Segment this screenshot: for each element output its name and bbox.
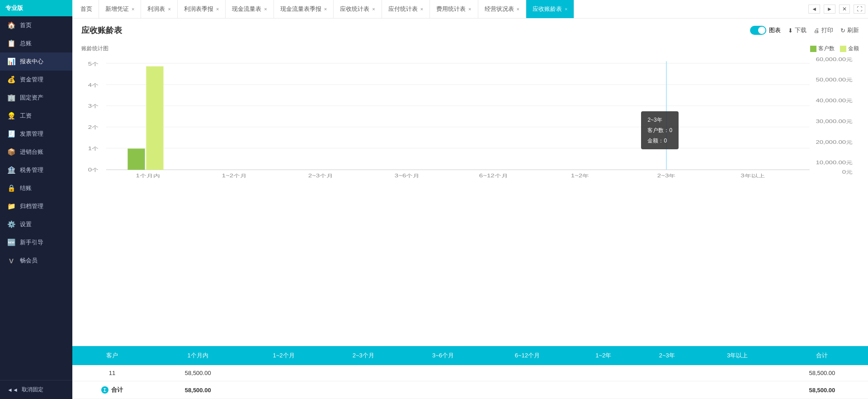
cell-total-label: Σ 合计 (72, 381, 152, 399)
purchase-icon: 📦 (7, 148, 15, 156)
sidebar-item-invoice[interactable]: 🧾 发票管理 (0, 125, 72, 143)
sidebar-item-purchase-sales[interactable]: 📦 进销台账 (0, 143, 72, 161)
download-button[interactable]: ⬇ 下载 (788, 26, 807, 34)
tab-label: 新增凭证 (105, 5, 129, 13)
fund-icon: 💰 (7, 76, 15, 84)
tab-ap-stats[interactable]: 应付统计表 × (382, 0, 430, 18)
svg-text:40,000.00元: 40,000.00元 (816, 98, 853, 104)
sidebar-item-closing[interactable]: 🔒 结账 (0, 179, 72, 197)
svg-text:0个: 0个 (88, 167, 99, 173)
sidebar-item-report-center[interactable]: 📊 报表中心 (0, 52, 72, 71)
payroll-icon: 👷 (7, 112, 15, 120)
cell-m1-2 (244, 365, 323, 381)
tab-profit[interactable]: 利润表 × (141, 0, 177, 18)
cell-total-m2-3 (324, 381, 403, 399)
sidebar-item-label: 畅会员 (20, 256, 38, 265)
tab-fullscreen-button[interactable]: ⛶ (854, 5, 865, 14)
cell-customer: 11 (72, 365, 152, 381)
svg-text:3年以上: 3年以上 (741, 173, 765, 179)
svg-text:5个: 5个 (88, 61, 99, 66)
ledger-icon: 📋 (7, 39, 15, 48)
col-m1: 1个月内 (152, 346, 244, 365)
tab-close-icon[interactable]: × (468, 6, 471, 12)
print-icon: 🖨 (814, 27, 820, 34)
tab-cash-flow-quarterly[interactable]: 现金流量表季报 × (274, 0, 334, 18)
sidebar-item-label: 结账 (20, 184, 32, 192)
sidebar-item-general-ledger[interactable]: 📋 总账 (0, 34, 72, 52)
tab-cash-flow[interactable]: 现金流量表 × (226, 0, 274, 18)
legend-customer-label: 客户数 (818, 45, 835, 52)
svg-text:1~2年: 1~2年 (571, 173, 590, 179)
header-actions: 图表 ⬇ 下载 🖨 打印 ↻ 刷新 (750, 26, 859, 35)
bar-customer-0[interactable] (127, 149, 145, 170)
tab-home-label: 首页 (80, 5, 92, 13)
sidebar-item-tax[interactable]: 🏦 税务管理 (0, 161, 72, 179)
tab-ar-stats[interactable]: 应收统计表 × (334, 0, 382, 18)
member-icon: V (7, 257, 15, 265)
sidebar-item-fund-management[interactable]: 💰 资金管理 (0, 71, 72, 89)
tab-close-icon[interactable]: × (372, 6, 375, 12)
sidebar-collapse-button[interactable]: ◄◄ 取消固定 (0, 380, 72, 399)
sidebar-item-member[interactable]: V 畅会员 (0, 252, 72, 270)
table-row: 11 58,500.00 58,500.00 (72, 365, 868, 381)
sidebar-item-payroll[interactable]: 👷 工资 (0, 107, 72, 125)
legend-color-customer (810, 46, 816, 52)
col-customer: 客户 (72, 346, 152, 365)
svg-text:20,000.00元: 20,000.00元 (816, 140, 853, 145)
tab-home[interactable]: 首页 (74, 0, 99, 18)
tab-new-voucher[interactable]: 新增凭证 × (99, 0, 141, 18)
svg-text:6~12个月: 6~12个月 (479, 173, 508, 179)
sidebar-item-fixed-assets[interactable]: 🏢 固定资产 (0, 89, 72, 107)
collapse-icon: ◄◄ (7, 387, 18, 393)
legend-customer-count: 客户数 (810, 45, 835, 52)
bar-amount-0[interactable] (146, 66, 163, 170)
sidebar-logo: 专业版 (0, 0, 72, 16)
tab-next-button[interactable]: ► (824, 5, 835, 14)
tab-close-icon[interactable]: × (168, 6, 170, 12)
svg-text:1~2个月: 1~2个月 (222, 173, 247, 179)
svg-text:10,000.00元: 10,000.00元 (816, 160, 853, 166)
tab-bar: 首页 新增凭证 × 利润表 × 利润表季报 × 现金流量表 × 现金流量表季报 … (72, 0, 868, 19)
assets-icon: 🏢 (7, 94, 15, 102)
tab-profit-quarterly[interactable]: 利润表季报 × (178, 0, 226, 18)
tab-operation-status[interactable]: 经营状况表 × (478, 0, 526, 18)
chart-area: 账龄统计图 客户数 金额 5个 4个 3个 2个 1个 0个 60, (72, 40, 868, 345)
tab-close-icon[interactable]: × (517, 6, 519, 12)
tab-close-icon[interactable]: × (132, 6, 134, 12)
col-m3-6: 3~6个月 (403, 346, 483, 365)
sidebar-item-label: 报表中心 (20, 57, 43, 66)
chart-toggle[interactable] (750, 26, 766, 35)
data-table: 客户 1个月内 1~2个月 2~3个月 3~6个月 6~12个月 1~2年 2~… (72, 346, 868, 399)
sidebar-item-home[interactable]: 🏠 首页 (0, 16, 72, 34)
sidebar-item-settings[interactable]: ⚙️ 设置 (0, 215, 72, 233)
chart-title: 账龄统计图 (81, 45, 859, 52)
tab-close-icon[interactable]: × (324, 6, 327, 12)
col-m1-2: 1~2个月 (244, 346, 323, 365)
tab-expense-stats[interactable]: 费用统计表 × (430, 0, 478, 18)
svg-text:50,000.00元: 50,000.00元 (816, 77, 853, 83)
collapse-label: 取消固定 (22, 386, 43, 394)
cell-total-total: 58,500.00 (776, 381, 868, 399)
tab-close-icon[interactable]: × (264, 6, 267, 12)
svg-text:3个: 3个 (88, 104, 99, 109)
svg-text:60,000.00元: 60,000.00元 (816, 57, 853, 62)
tab-close-all-button[interactable]: ✕ (839, 5, 850, 14)
tab-close-icon[interactable]: × (420, 6, 423, 12)
tab-close-icon[interactable]: × (216, 6, 219, 12)
cell-total-m1: 58,500.00 (152, 381, 244, 399)
main-content: 首页 新增凭证 × 利润表 × 利润表季报 × 现金流量表 × 现金流量表季报 … (72, 0, 868, 399)
sidebar-item-new-guide[interactable]: 🆕 新手引导 (0, 233, 72, 252)
settings-icon: ⚙️ (7, 220, 15, 228)
sidebar-item-archive[interactable]: 📁 归档管理 (0, 197, 72, 215)
archive-icon: 📁 (7, 202, 15, 210)
tab-close-icon[interactable]: × (565, 6, 567, 12)
print-button[interactable]: 🖨 打印 (814, 26, 833, 34)
refresh-button[interactable]: ↻ 刷新 (840, 26, 859, 34)
cell-y2-3 (635, 365, 699, 381)
tab-label: 现金流量表 (232, 5, 261, 13)
tab-ar-aging[interactable]: 应收账龄表 × (526, 0, 574, 18)
svg-text:1个: 1个 (88, 146, 99, 152)
tab-label: 利润表 (147, 5, 165, 13)
tab-prev-button[interactable]: ◄ (808, 5, 820, 14)
home-icon: 🏠 (7, 21, 15, 29)
